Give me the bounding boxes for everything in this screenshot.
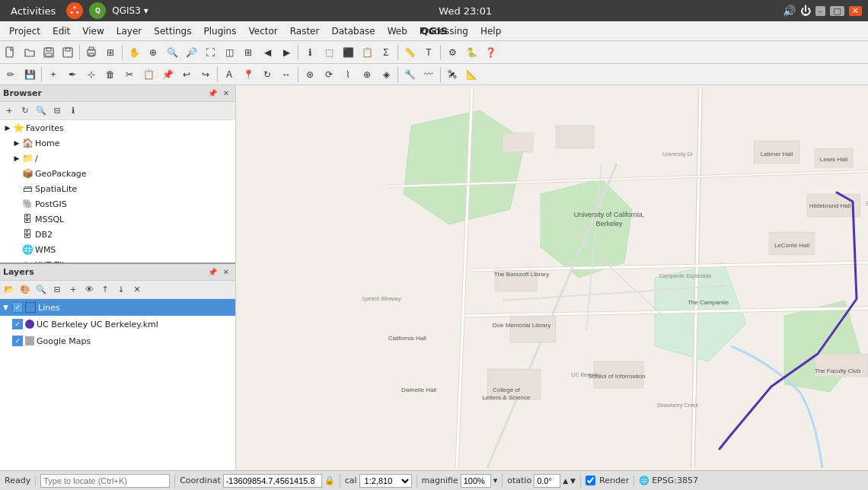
python-btn[interactable]: 🐍 — [462, 43, 480, 62]
copy-feature-btn[interactable]: 📋 — [139, 65, 158, 84]
digitize-btn[interactable]: ✒ — [63, 65, 81, 84]
help-btn[interactable]: ❓ — [481, 43, 499, 62]
browser-item-root[interactable]: ▶ 📁 / — [0, 151, 235, 166]
layer-move-up-btn[interactable]: ↑ — [97, 282, 113, 298]
browser-item-mssql[interactable]: ▶ 🗄 MSSQL — [0, 212, 235, 227]
pan-btn[interactable]: ✋ — [125, 43, 143, 62]
browser-item-db2[interactable]: ▶ 🗄 DB2 — [0, 227, 235, 242]
window-minimize[interactable]: – — [815, 6, 826, 16]
add-feature-btn[interactable]: + — [44, 65, 62, 84]
menu-vector[interactable]: Vector — [242, 24, 283, 38]
move-vertex-btn[interactable]: ⊹ — [82, 65, 101, 84]
gps-btn[interactable]: 🛰 — [443, 65, 461, 84]
lines-checkbox[interactable]: ✓ — [12, 302, 23, 313]
redo-btn[interactable]: ↪ — [196, 65, 215, 84]
label-btn[interactable]: T — [420, 43, 438, 62]
menu-web[interactable]: Web — [381, 24, 413, 38]
split-btn[interactable]: ⌇ — [339, 65, 357, 84]
zoom-last-btn[interactable]: ◀ — [258, 43, 276, 62]
layer-style-btn[interactable]: 🎨 — [18, 282, 33, 298]
pan-to-selection-btn[interactable]: ⊕ — [144, 43, 162, 62]
properties-btn[interactable]: ⊞ — [101, 43, 120, 62]
menu-layer[interactable]: Layer — [110, 24, 148, 38]
layer-item-google-maps-layer[interactable]: ✓ Google Maps — [0, 332, 235, 349]
zoom-layer-btn[interactable]: ◫ — [220, 43, 238, 62]
menu-view[interactable]: View — [76, 24, 110, 38]
layer-item-ucberkeley[interactable]: ✓ UC Berkeley UC Berkeley.kml — [0, 316, 235, 332]
magnify-dropdown-icon[interactable]: ▾ — [493, 476, 498, 485]
paste-feature-btn[interactable]: 📌 — [158, 65, 177, 84]
zoom-out-btn[interactable]: 🔎 — [182, 43, 200, 62]
save-as-btn[interactable] — [59, 43, 77, 62]
browser-filter-btn[interactable]: 🔍 — [34, 103, 49, 119]
zoom-next-btn[interactable]: ▶ — [277, 43, 295, 62]
epsg-label[interactable]: EPSG:3857 — [652, 476, 698, 485]
zoom-in-btn[interactable]: 🔍 — [163, 43, 181, 62]
move-label-btn[interactable]: ↔ — [277, 65, 295, 84]
label-pin-btn[interactable]: 📍 — [239, 65, 257, 84]
browser-refresh-btn[interactable]: ↻ — [18, 103, 33, 119]
qgis-menu[interactable]: QGIS3 ▾ — [112, 5, 148, 16]
layer-filter-btn[interactable]: 🔍 — [34, 282, 49, 298]
layer-visibility-btn[interactable]: 👁 — [81, 282, 97, 298]
measure-btn[interactable]: 📏 — [400, 43, 419, 62]
advanced-digitize-btn[interactable]: ⊛ — [301, 65, 319, 84]
identify-btn[interactable]: ℹ — [301, 43, 319, 62]
print-layout-btn[interactable] — [82, 43, 101, 62]
layers-pin-btn[interactable]: 📌 — [206, 266, 219, 278]
browser-item-wms[interactable]: ▶ 🌐 WMS — [0, 242, 235, 257]
audio-icon[interactable]: 🔊 — [783, 5, 796, 17]
browser-item-favorites[interactable]: ▶ ⭐ Favorites — [0, 120, 235, 135]
window-close[interactable]: ✕ — [849, 6, 862, 16]
browser-item-home[interactable]: ▶ 🏠 Home — [0, 135, 235, 151]
locate-search-input[interactable] — [40, 474, 170, 488]
menu-raster[interactable]: Raster — [284, 24, 326, 38]
menu-plugins[interactable]: Plugins — [197, 24, 242, 38]
coordinate-input[interactable] — [223, 474, 322, 488]
delete-selected-btn[interactable]: 🗑 — [101, 65, 120, 84]
menu-project[interactable]: Project — [3, 24, 46, 38]
browser-properties-btn[interactable]: ℹ — [65, 103, 81, 119]
stat-summary-btn[interactable]: Σ — [377, 43, 395, 62]
browser-item-spatialite[interactable]: ▶ 🗃 SpatiaLite — [0, 181, 235, 196]
open-project-btn[interactable] — [21, 43, 39, 62]
cut-feature-btn[interactable]: ✂ — [120, 65, 139, 84]
ubuntu-logo[interactable] — [66, 2, 83, 19]
browser-item-xyz[interactable]: ▼ 🗂 XYZ Tiles — [0, 257, 235, 262]
browser-item-postgis[interactable]: ▶ 🐘 PostGIS — [0, 196, 235, 212]
qgis-logo[interactable]: Q — [89, 2, 106, 19]
undo-btn[interactable]: ↩ — [177, 65, 196, 84]
rotate-label-btn[interactable]: ↻ — [258, 65, 276, 84]
layer-item-lines[interactable]: ▼ ✓ Lines — [0, 299, 235, 316]
lock-icon[interactable]: 🔒 — [324, 476, 335, 485]
layer-open-btn[interactable]: 📂 — [2, 282, 17, 298]
magnify-input[interactable] — [461, 474, 491, 488]
power-icon[interactable]: ⏻ — [800, 5, 811, 17]
googlemaps-layer-checkbox[interactable]: ✓ — [12, 336, 23, 346]
rotation-input[interactable] — [534, 474, 560, 488]
label-edit-btn[interactable]: A — [220, 65, 238, 84]
menu-database[interactable]: Database — [325, 24, 381, 38]
zoom-full-btn[interactable]: ⛶ — [201, 43, 219, 62]
layer-collapse-btn[interactable]: ⊟ — [49, 282, 65, 298]
georef-btn[interactable]: 📐 — [462, 65, 480, 84]
node-tool-btn[interactable]: ◈ — [377, 65, 395, 84]
new-project-btn[interactable] — [2, 43, 20, 62]
render-checkbox[interactable] — [586, 476, 595, 485]
open-attribute-btn[interactable]: 📋 — [358, 43, 376, 62]
select-feature-btn[interactable]: ⬚ — [320, 43, 338, 62]
browser-item-geopackage[interactable]: ▶ 📦 GeoPackage — [0, 166, 235, 181]
window-maximize[interactable]: □ — [830, 6, 844, 16]
layer-move-down-btn[interactable]: ↓ — [113, 282, 129, 298]
reshape-btn[interactable]: ⟳ — [320, 65, 338, 84]
menu-edit[interactable]: Edit — [46, 24, 76, 38]
layer-add-group-btn[interactable]: + — [65, 282, 81, 298]
trace-btn[interactable]: 〰 — [420, 65, 438, 84]
save-project-btn[interactable] — [40, 43, 58, 62]
rotation-spin-up[interactable]: ▲ — [563, 477, 568, 485]
layer-remove-btn[interactable]: ✕ — [129, 282, 145, 298]
activities-button[interactable]: Activities — [6, 5, 60, 17]
merge-btn[interactable]: ⊕ — [358, 65, 376, 84]
snapping-btn[interactable]: 🔧 — [400, 65, 419, 84]
deselect-btn[interactable]: ⬛ — [339, 43, 357, 62]
